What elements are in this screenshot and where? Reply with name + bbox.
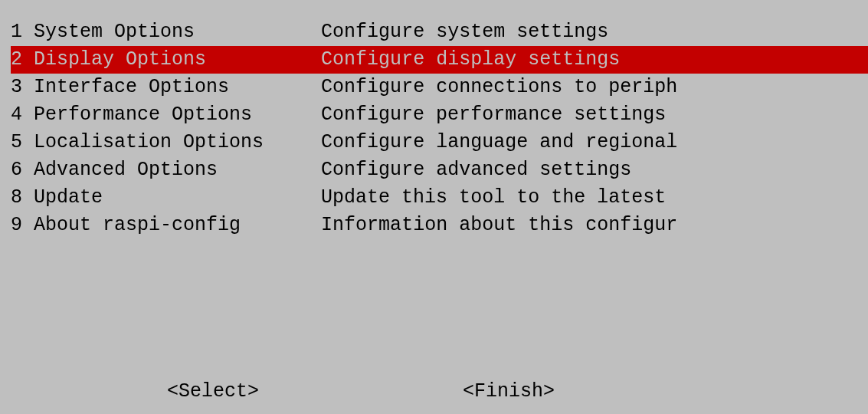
menu-item-number: 9 — [11, 214, 22, 236]
menu-item-desc: Configure system settings — [321, 21, 608, 43]
menu-item-desc: Configure performance settings — [321, 104, 666, 126]
menu-item-label: Advanced Options — [34, 159, 218, 181]
menu-item[interactable]: 3 Interface Options Configure connection… — [11, 74, 868, 101]
menu-item-label: Performance Options — [34, 104, 252, 126]
menu-item-label: Interface Options — [34, 76, 229, 98]
menu-item-label: Display Options — [34, 48, 206, 71]
menu-item-desc: Configure language and regional — [321, 131, 677, 153]
menu-item-label: About raspi-config — [34, 214, 241, 236]
menu-item-number: 2 — [11, 48, 22, 71]
menu-item[interactable]: 4 Performance Options Configure performa… — [11, 101, 868, 129]
menu-item-number: 5 — [11, 131, 22, 153]
menu-item-number: 8 — [11, 186, 22, 209]
button-bar: <Select> <Finish> — [0, 380, 868, 402]
menu-item-desc: Information about this configur — [321, 214, 677, 236]
menu-item[interactable]: 9 About raspi-config Information about t… — [11, 212, 868, 239]
main-menu: 1 System Options Configure system settin… — [11, 18, 868, 239]
menu-item[interactable]: 6 Advanced Options Configure advanced se… — [11, 156, 868, 184]
menu-item[interactable]: 8 Update Update this tool to the latest — [11, 184, 868, 212]
menu-item-number: 3 — [11, 76, 22, 98]
menu-item-desc: Update this tool to the latest — [321, 186, 666, 209]
finish-button[interactable]: <Finish> — [463, 380, 555, 402]
menu-item-number: 6 — [11, 159, 22, 181]
menu-item-number: 1 — [11, 21, 22, 43]
menu-item-number: 4 — [11, 104, 22, 126]
menu-item-desc: Configure connections to periph — [321, 76, 677, 98]
menu-item-label: Localisation Options — [34, 131, 264, 153]
menu-item[interactable]: 5 Localisation Options Configure languag… — [11, 129, 868, 156]
menu-item-desc: Configure display settings — [321, 48, 620, 71]
menu-item-desc: Configure advanced settings — [321, 159, 631, 181]
menu-item-label: Update — [34, 186, 103, 209]
menu-item[interactable]: 1 System Options Configure system settin… — [11, 18, 868, 46]
menu-item[interactable]: 2 Display Options Configure display sett… — [11, 46, 868, 74]
select-button[interactable]: <Select> — [167, 380, 259, 402]
menu-item-label: System Options — [34, 21, 195, 43]
